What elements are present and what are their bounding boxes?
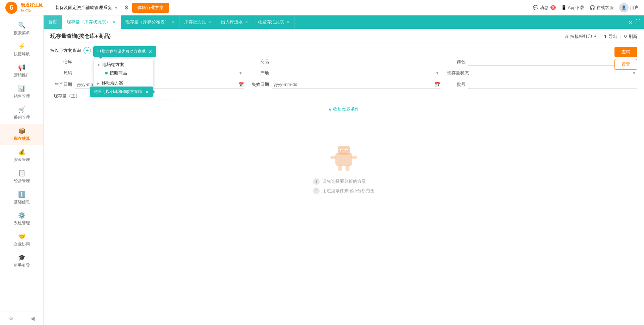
- system-selector[interactable]: 装备及固定资产辅助管理系统 ▼: [55, 5, 118, 11]
- filter-color: 颜色 ▼: [447, 58, 637, 66]
- marketing-icon: 📢: [18, 64, 25, 71]
- system-name: 装备及固定资产辅助管理系统: [55, 5, 112, 11]
- logo-name: 畅通好生意: [21, 2, 43, 8]
- warehouse-label: 仓库: [54, 59, 72, 65]
- inventory-icon: 📦: [18, 127, 25, 134]
- tooltip1-close[interactable]: ✕: [148, 49, 152, 54]
- scheme-divider: [94, 78, 153, 78]
- sidebar-item-quick-nav[interactable]: ⚡ 快捷导航: [0, 39, 43, 60]
- empty-step-1: 1 请先选择要分析的方案: [313, 178, 375, 185]
- tab-batch-ledger-label: 库存批次账: [184, 19, 206, 25]
- tab-fullscreen-button[interactable]: ⛶: [635, 19, 641, 25]
- svg-point-5: [346, 150, 347, 151]
- sidebar-item-marketing[interactable]: 📢 营销推广: [0, 60, 43, 82]
- tab-inventory-dist[interactable]: 现存量（库存分布表） ✕: [121, 15, 179, 29]
- tab-batch-ledger-close[interactable]: ✕: [208, 20, 211, 24]
- tooltip2-text: 这里可以创建和修改方案哦: [94, 89, 142, 95]
- reset-button[interactable]: 设置: [614, 59, 637, 70]
- tooltip-create-scheme: 这里可以创建和修改方案哦 ✕: [90, 87, 153, 97]
- tab-in-out-flow-close[interactable]: ✕: [245, 20, 248, 24]
- sidebar-item-label-inventory: 库存核算: [14, 136, 30, 142]
- page-header: 现存量查询(按仓库+商品) 🖨 按模板打印 ▼ | ⬆ 导出 |: [44, 29, 644, 43]
- stock-status-select[interactable]: [472, 69, 637, 77]
- print-dropdown-icon: ▼: [593, 35, 597, 38]
- settings-icon[interactable]: ⚙: [124, 4, 129, 11]
- sidebar-item-purchase[interactable]: 🛒 采购管理: [0, 103, 43, 124]
- search-buttons: 查询 设置: [614, 47, 637, 70]
- sidebar-item-finance[interactable]: 💰 资金管理: [0, 145, 43, 166]
- origin-select[interactable]: [272, 69, 441, 77]
- message-label: 消息: [540, 5, 548, 11]
- online-support-button[interactable]: 🎧 在线客服: [590, 5, 614, 11]
- message-button[interactable]: 💬 消息 9: [533, 5, 556, 11]
- sidebar-item-sales[interactable]: 📊 销售管理: [0, 82, 43, 103]
- add-scheme-button[interactable]: +: [84, 47, 91, 54]
- user-menu[interactable]: 👤 用户: [619, 3, 639, 12]
- expire-date-label: 失效日期: [251, 82, 269, 88]
- system-dropdown-icon: ▼: [114, 6, 118, 10]
- action-divider2: |: [620, 34, 621, 39]
- prod-date-calendar-icon[interactable]: 📅: [238, 82, 244, 87]
- collapse-more-button[interactable]: ∧ 收起更多条件: [50, 103, 637, 115]
- tab-in-out-flow[interactable]: 出入库流水 ✕: [216, 15, 253, 29]
- app-download-label: App下载: [568, 5, 584, 11]
- tab-inventory-status[interactable]: 现存量（库存状况表） ✕: [62, 15, 121, 29]
- export-label: 导出: [608, 34, 617, 40]
- tab-inventory-dist-close[interactable]: ✕: [171, 20, 174, 24]
- sidebar-settings-button[interactable]: ⚙: [9, 315, 13, 322]
- filter-batch: 批号: [447, 80, 637, 89]
- sidebar-item-enterprise[interactable]: 🤝 企业协同: [0, 229, 43, 251]
- search-button[interactable]: 查询: [614, 47, 637, 57]
- tab-batch-ledger[interactable]: 库存批次账 ✕: [179, 15, 216, 29]
- goods-label: 商品: [251, 59, 269, 65]
- sidebar-item-operations[interactable]: 📋 经营管理: [0, 166, 43, 187]
- tab-inventory-dist-label: 现存量（库存分布表）: [125, 19, 169, 25]
- finance-icon: 💰: [18, 148, 25, 156]
- color-select-wrap: ▼: [468, 58, 637, 66]
- trial-button[interactable]: 体验行业方案: [132, 3, 169, 13]
- print-button[interactable]: 🖨 按模板打印 ▼: [565, 34, 597, 40]
- main-layout: 🔍 搜索菜单 ⚡ 快捷导航 📢 营销推广 📊 销售管理 🛒 采购管理: [0, 15, 644, 325]
- tab-bar-end: ✕ ⛶: [625, 19, 644, 25]
- refresh-icon: ↻: [624, 34, 627, 39]
- sidebar-item-basic-info[interactable]: ℹ️ 基础信息: [0, 187, 43, 208]
- action-divider1: |: [599, 34, 600, 39]
- tab-inventory-status-label: 现存量（库存状况表）: [67, 19, 110, 25]
- app-download-button[interactable]: 📱 App下载: [561, 5, 584, 11]
- sidebar-item-guide[interactable]: 🎓 新手引导: [0, 251, 43, 272]
- headset-icon: 🎧: [590, 5, 595, 10]
- export-button[interactable]: ⬆ 导出: [603, 34, 617, 40]
- sidebar-collapse-button[interactable]: ◀: [31, 315, 35, 322]
- scheme-desktop-item-goods[interactable]: 按照商品: [102, 69, 153, 77]
- scheme-desktop-header[interactable]: ▼ 电脑端方案: [94, 60, 153, 69]
- svg-point-4: [341, 150, 342, 151]
- sidebar-item-inventory[interactable]: 📦 库存核算: [0, 124, 43, 145]
- tab-recv-summary[interactable]: 收发存汇总表 ✕: [253, 15, 294, 29]
- selected-scheme-dot: [105, 72, 108, 74]
- sidebar: 🔍 搜索菜单 ⚡ 快捷导航 📢 营销推广 📊 销售管理 🛒 采购管理: [0, 15, 44, 325]
- scheme-panel: ▼ 电脑端方案 按照商品: [93, 59, 154, 88]
- expire-date-calendar-icon[interactable]: 📅: [435, 82, 440, 87]
- sidebar-item-label-finance: 资金管理: [14, 157, 30, 163]
- expire-date-input[interactable]: [272, 80, 435, 88]
- color-select[interactable]: [468, 58, 637, 65]
- batch-input[interactable]: [468, 80, 637, 89]
- expire-date-wrap: 📅: [272, 80, 441, 89]
- online-support-label: 在线客服: [596, 5, 614, 11]
- tab-recv-summary-close[interactable]: ✕: [286, 20, 289, 24]
- goods-dots[interactable]: ···: [272, 59, 276, 64]
- svg-rect-9: [345, 165, 350, 171]
- tab-inventory-status-close[interactable]: ✕: [112, 20, 116, 24]
- tooltip2-close[interactable]: ✕: [145, 89, 149, 95]
- filter-origin: 产地 ▼: [251, 69, 441, 77]
- sidebar-item-system[interactable]: ⚙️ 系统管理: [0, 208, 43, 229]
- sidebar-item-search[interactable]: 🔍 搜索菜单: [0, 18, 43, 39]
- tab-home[interactable]: 首页: [44, 15, 62, 29]
- color-label: 颜色: [447, 59, 466, 65]
- scheme-panel-container: 电脑方案可设为移动方案哦 ✕ ▼ 电脑端方案: [93, 46, 156, 88]
- refresh-button[interactable]: ↻ 刷新: [624, 34, 637, 40]
- divider: [49, 4, 49, 12]
- search-icon: 🔍: [18, 21, 25, 29]
- tab-close-all-button[interactable]: ✕: [628, 19, 633, 25]
- warehouse-dots[interactable]: ···: [75, 59, 79, 64]
